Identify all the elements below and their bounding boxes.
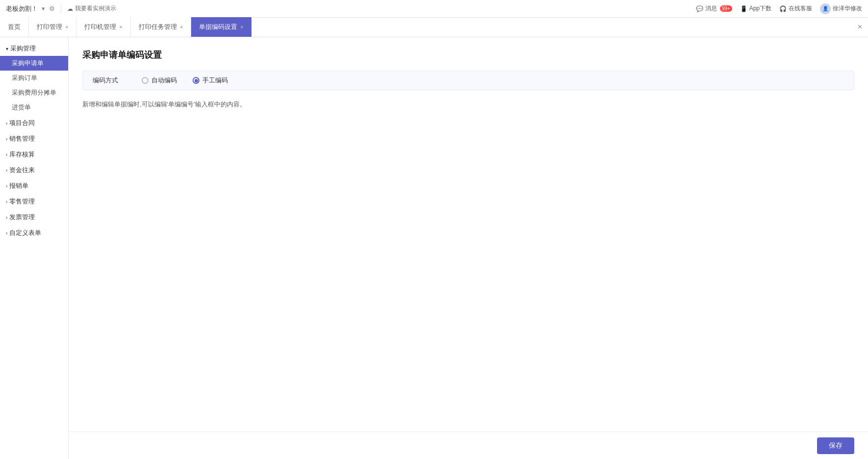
coding-method-label: 编码方式 xyxy=(93,76,118,85)
page-title: 采购申请单编码设置 xyxy=(82,49,854,61)
tab-printer-manage[interactable]: 打印机管理 × xyxy=(76,17,130,37)
sidebar-group-retail-label: 零售管理 xyxy=(9,197,35,206)
tab-print-manage-label: 打印管理 xyxy=(37,23,62,31)
auto-code-radio[interactable] xyxy=(142,77,149,84)
top-bar-left: 老板勿割！ ▾ ⚙ ☁ 我要看实例演示 xyxy=(6,4,116,13)
chevron-right-icon4: › xyxy=(6,168,7,173)
mobile-icon: 📱 xyxy=(740,5,747,12)
sidebar-item-purchase-request[interactable]: 采购申请单 xyxy=(0,56,68,71)
app-download-item[interactable]: 📱 App下数 xyxy=(740,4,771,13)
sidebar-group-purchase-label: 采购管理 xyxy=(10,44,36,53)
user-item[interactable]: 👤 徐泽华修改 xyxy=(820,3,862,14)
tab-print-task-close[interactable]: × xyxy=(180,24,183,30)
sidebar-group-custom-form: › 自定义表单 xyxy=(0,226,68,240)
description-text: 新增和编辑单据编时,可以编辑'单编编号'输入框中的内容。 xyxy=(82,100,854,109)
sidebar-group-inventory-title[interactable]: › 库存核算 xyxy=(0,147,68,162)
auto-code-label: 自动编码 xyxy=(151,76,177,85)
sidebar-item-purchase-order[interactable]: 采购订单 xyxy=(0,71,68,85)
manual-code-option[interactable]: 手工编码 xyxy=(193,76,228,85)
chevron-right-icon3: › xyxy=(6,152,7,157)
main-layout: ▾ 采购管理 采购申请单 采购订单 采购费用分摊单 进货单 › 项目合同 xyxy=(0,37,868,459)
sidebar-group-capital-label: 资金往来 xyxy=(9,166,35,175)
sidebar-group-sales-title[interactable]: › 销售管理 xyxy=(0,131,68,146)
sidebar-group-custom-form-label: 自定义表单 xyxy=(9,229,41,237)
message-label: 消息 xyxy=(705,4,717,13)
sidebar-group-purchase-title[interactable]: ▾ 采购管理 xyxy=(0,41,68,56)
tab-bar: 首页 打印管理 × 打印机管理 × 打印任务管理 × 单据编码设置 × × xyxy=(0,18,868,37)
settings-icon[interactable]: ⚙ xyxy=(49,5,55,12)
sidebar-item-purchase-request-label: 采购申请单 xyxy=(12,59,44,67)
sidebar-item-purchase-order-label: 采购订单 xyxy=(12,74,37,81)
sidebar-group-invoice: › 发票管理 xyxy=(0,210,68,225)
tab-printer-manage-close[interactable]: × xyxy=(119,24,122,30)
sidebar-group-inventory: › 库存核算 xyxy=(0,147,68,162)
chevron-down-icon: ▾ xyxy=(6,46,8,51)
content-inner: 采购申请单编码设置 编码方式 自动编码 手工编码 新增和编辑单据编时,可以编辑'… xyxy=(69,37,868,432)
app-title: 老板勿割！ xyxy=(6,4,38,13)
tab-printer-manage-label: 打印机管理 xyxy=(84,23,116,31)
message-item[interactable]: 💬 消息 99+ xyxy=(696,4,732,13)
tab-bar-close-all[interactable]: × xyxy=(852,17,868,37)
sidebar-group-invoice-title[interactable]: › 发票管理 xyxy=(0,210,68,225)
sidebar-group-project-title[interactable]: › 项目合同 xyxy=(0,116,68,130)
sidebar-item-inbound[interactable]: 进货单 xyxy=(0,100,68,115)
sidebar-item-purchase-expense-label: 采购费用分摊单 xyxy=(12,89,56,96)
demo-link[interactable]: ☁ 我要看实例演示 xyxy=(67,4,116,13)
manual-code-label: 手工编码 xyxy=(202,76,228,85)
chevron-right-icon: › xyxy=(6,121,7,126)
sidebar-group-retail-title[interactable]: › 零售管理 xyxy=(0,194,68,209)
chevron-down-icon[interactable]: ▾ xyxy=(42,5,45,12)
sidebar-group-sales-label: 销售管理 xyxy=(9,134,35,143)
sidebar-group-custom-form-title[interactable]: › 自定义表单 xyxy=(0,226,68,240)
message-badge: 99+ xyxy=(720,5,732,12)
demo-text: 我要看实例演示 xyxy=(75,4,116,13)
tab-print-task[interactable]: 打印任务管理 × xyxy=(131,17,191,37)
cloud-icon: ☁ xyxy=(67,5,73,12)
sidebar-group-sales-return-title[interactable]: › 报销单 xyxy=(0,178,68,193)
chevron-right-icon2: › xyxy=(6,136,7,142)
tab-barcode-setting-label: 单据编码设置 xyxy=(199,23,237,31)
manual-code-radio[interactable] xyxy=(193,77,199,84)
app-download-label: App下数 xyxy=(749,4,771,13)
coding-method-row: 编码方式 自动编码 手工编码 xyxy=(82,71,854,90)
headset-icon: 🎧 xyxy=(779,5,787,12)
sidebar-group-sales: › 销售管理 xyxy=(0,131,68,146)
tab-home[interactable]: 首页 xyxy=(0,17,29,37)
tab-print-task-label: 打印任务管理 xyxy=(139,23,177,31)
sidebar-group-invoice-label: 发票管理 xyxy=(9,213,35,222)
sidebar-group-inventory-label: 库存核算 xyxy=(9,150,35,159)
sidebar-item-purchase-expense[interactable]: 采购费用分摊单 xyxy=(0,85,68,100)
top-bar-right: 💬 消息 99+ 📱 App下数 🎧 在线客服 👤 徐泽华修改 xyxy=(696,3,862,14)
content-area: 采购申请单编码设置 编码方式 自动编码 手工编码 新增和编辑单据编时,可以编辑'… xyxy=(69,37,868,459)
tab-home-label: 首页 xyxy=(8,23,21,31)
sidebar-group-retail: › 零售管理 xyxy=(0,194,68,209)
sidebar-group-sales-return-label: 报销单 xyxy=(9,181,28,190)
message-icon: 💬 xyxy=(696,5,703,12)
divider xyxy=(61,4,61,13)
chevron-right-icon5: › xyxy=(6,183,7,189)
sidebar-group-project-label: 项目合同 xyxy=(9,119,35,128)
avatar-icon: 👤 xyxy=(820,3,831,14)
sidebar-group-purchase: ▾ 采购管理 采购申请单 采购订单 采购费用分摊单 进货单 xyxy=(0,41,68,115)
chevron-right-icon6: › xyxy=(6,199,7,204)
sidebar: ▾ 采购管理 采购申请单 采购订单 采购费用分摊单 进货单 › 项目合同 xyxy=(0,37,69,459)
sidebar-group-capital-title[interactable]: › 资金往来 xyxy=(0,163,68,178)
sidebar-group-project: › 项目合同 xyxy=(0,116,68,130)
sidebar-group-sales-return: › 报销单 xyxy=(0,178,68,193)
chevron-right-icon7: › xyxy=(6,215,7,220)
user-name: 徐泽华修改 xyxy=(833,4,862,13)
top-bar: 老板勿割！ ▾ ⚙ ☁ 我要看实例演示 💬 消息 99+ 📱 App下数 🎧 在… xyxy=(0,0,868,18)
tab-print-manage[interactable]: 打印管理 × xyxy=(29,17,76,37)
sidebar-item-inbound-label: 进货单 xyxy=(12,103,31,111)
tab-barcode-setting-close[interactable]: × xyxy=(240,24,243,30)
online-service-label: 在线客服 xyxy=(789,4,812,13)
auto-code-option[interactable]: 自动编码 xyxy=(142,76,177,85)
online-service-item[interactable]: 🎧 在线客服 xyxy=(779,4,812,13)
chevron-right-icon8: › xyxy=(6,230,7,236)
tab-barcode-setting[interactable]: 单据编码设置 × xyxy=(191,17,251,37)
sidebar-group-capital: › 资金往来 xyxy=(0,163,68,178)
save-button[interactable]: 保存 xyxy=(817,437,854,454)
tab-print-manage-close[interactable]: × xyxy=(65,24,68,30)
content-footer: 保存 xyxy=(69,432,868,459)
